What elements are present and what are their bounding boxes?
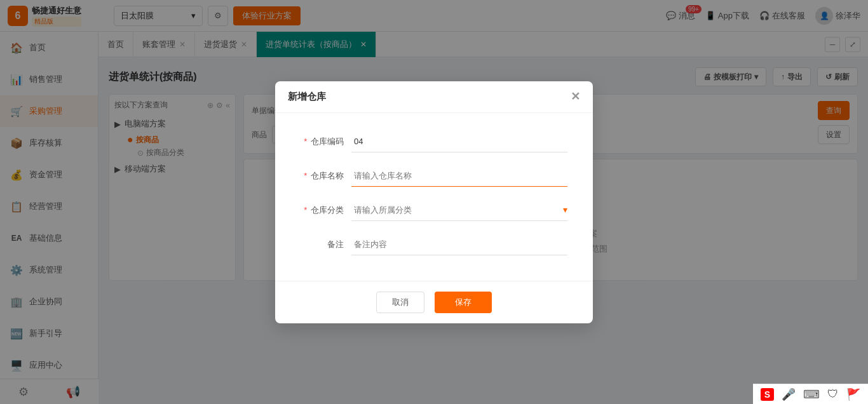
- modal-close-button[interactable]: ✕: [571, 90, 580, 104]
- shield-icon[interactable]: 🛡: [827, 387, 839, 401]
- microphone-icon[interactable]: 🎤: [782, 387, 796, 401]
- name-input[interactable]: [351, 165, 567, 187]
- code-input[interactable]: [351, 131, 567, 152]
- bottom-bar: S 🎤 ⌨ 🛡 🚩: [753, 384, 868, 404]
- save-button[interactable]: 保存: [435, 292, 492, 313]
- cancel-button[interactable]: 取消: [376, 292, 424, 313]
- type-label: * 仓库分类: [301, 205, 351, 216]
- modal-title: 新增仓库: [288, 91, 326, 103]
- form-row-remark: 备注: [301, 234, 567, 255]
- required-star-code: *: [304, 137, 307, 146]
- remark-input[interactable]: [351, 234, 567, 255]
- required-star-type: *: [304, 205, 307, 215]
- type-input[interactable]: [351, 199, 563, 220]
- keyboard-icon[interactable]: ⌨: [803, 387, 820, 401]
- name-label: * 仓库名称: [301, 170, 351, 182]
- remark-label: 备注: [301, 239, 351, 250]
- code-label: * 仓库编码: [301, 136, 351, 147]
- form-row-code: * 仓库编码: [301, 131, 567, 152]
- flag-icon[interactable]: 🚩: [846, 387, 860, 401]
- s-logo: S: [761, 388, 774, 401]
- type-select[interactable]: ▾: [351, 199, 567, 221]
- add-warehouse-modal: 新增仓库 ✕ * 仓库编码 * 仓库名称 *: [275, 81, 593, 323]
- type-arrow-icon: ▾: [563, 205, 567, 215]
- required-star-name: *: [304, 171, 307, 180]
- form-row-type: * 仓库分类 ▾: [301, 199, 567, 221]
- modal-header: 新增仓库 ✕: [275, 81, 593, 113]
- modal-body: * 仓库编码 * 仓库名称 * 仓库分类 ▾: [275, 113, 593, 281]
- form-row-name: * 仓库名称: [301, 165, 567, 187]
- modal-overlay: 新增仓库 ✕ * 仓库编码 * 仓库名称 *: [0, 0, 868, 404]
- modal-footer: 取消 保存: [275, 281, 593, 323]
